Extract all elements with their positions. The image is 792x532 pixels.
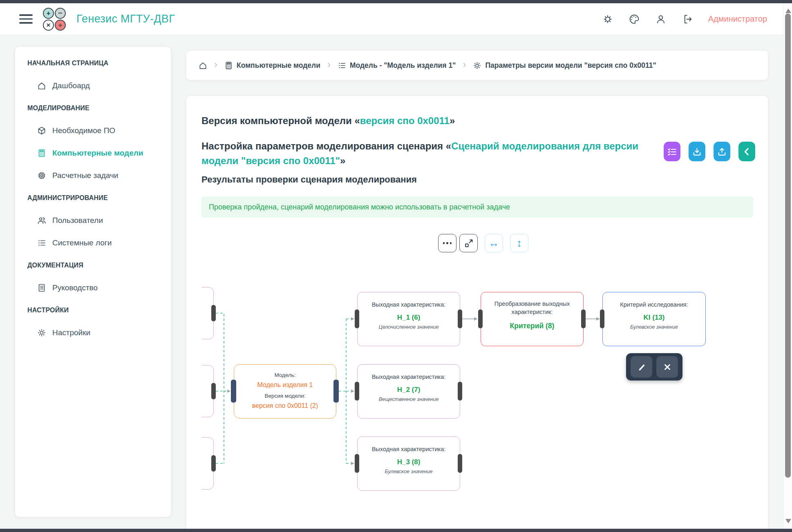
chevron-right-icon: ›: [461, 59, 468, 72]
version-title: Версия компьютерной модели «версия спо 0…: [201, 115, 455, 127]
output-node-name: Н_1 (6): [358, 314, 460, 322]
book-icon: [37, 283, 46, 292]
diagram-toolbar: ↔ ↕: [438, 234, 528, 252]
logo-divide-circle: ÷: [55, 20, 66, 31]
scroll-up-arrow[interactable]: [785, 9, 791, 13]
app-logo: + − × ÷: [43, 8, 66, 31]
sidebar-item-manual[interactable]: Руководство: [27, 276, 171, 299]
calculator-icon: [37, 149, 46, 158]
sidebar-section-settings: НАСТРОЙКИ: [27, 299, 171, 321]
breadcrumb-model[interactable]: Модель - "Модель изделия 1": [338, 61, 456, 70]
palette-icon[interactable]: [629, 13, 640, 25]
model-name: Модель изделия 1: [234, 381, 336, 389]
checklist-icon: [667, 147, 677, 157]
scenario-action-buttons: [664, 142, 755, 161]
collapse-back-button[interactable]: [738, 142, 755, 161]
connection-port[interactable]: [211, 305, 216, 321]
window-bottom-edge: [0, 529, 792, 532]
model-version-name: версия спо 0x0011 (2): [234, 402, 336, 410]
delete-node-button[interactable]: [656, 356, 678, 378]
main-content-card: Версия компьютерной модели «версия спо 0…: [186, 96, 768, 532]
breadcrumb: › Компьютерные модели › Модель - "Модель…: [186, 51, 768, 80]
sidebar-item-users[interactable]: Пользователи: [27, 209, 171, 231]
upload-scenario-button[interactable]: [714, 142, 730, 161]
app-header: + − × ÷ Генезис МГТУ-ДВГ: [0, 3, 783, 35]
connection-port[interactable]: [478, 309, 483, 328]
ellipsis-icon: [443, 242, 452, 244]
close-icon: [662, 362, 672, 372]
criterion-node-name: KI (13): [603, 314, 705, 322]
home-icon: [37, 81, 46, 90]
connection-port[interactable]: [355, 309, 359, 328]
window-top-edge: [0, 0, 792, 3]
sidebar-item-settings[interactable]: Настройки: [27, 321, 171, 344]
criterion-node[interactable]: Критерий исследования: KI (13) Булевское…: [602, 292, 706, 346]
sidebar-item-computer-models[interactable]: Компьютерные модели: [27, 142, 171, 164]
breadcrumb-computer-models[interactable]: Компьютерные модели: [224, 61, 320, 70]
sidebar-item-system-logs[interactable]: Системные логи: [27, 231, 171, 254]
connection-port[interactable]: [333, 380, 339, 403]
current-user-role[interactable]: Администратор: [708, 14, 767, 24]
logo-minus-circle: −: [55, 8, 66, 19]
horizontal-layout-button[interactable]: ↔: [485, 234, 503, 252]
connection-port[interactable]: [355, 454, 359, 473]
download-scenario-button[interactable]: [689, 142, 705, 161]
more-options-button[interactable]: [438, 234, 456, 252]
vertical-layout-button[interactable]: ↕: [510, 234, 528, 252]
download-icon: [692, 147, 702, 157]
vertical-arrows-icon: ↕: [517, 237, 522, 249]
breadcrumb-version-params[interactable]: Параметры версии модели "версия спо 0x00…: [473, 61, 656, 70]
scroll-down-arrow[interactable]: [785, 519, 791, 523]
scenario-parameters-button[interactable]: [664, 142, 680, 161]
connection-port[interactable]: [211, 455, 216, 472]
results-title: Результаты проверки сценария моделирован…: [201, 174, 417, 185]
check-passed-alert: Проверка пройдена, сценарий моделировани…: [201, 196, 753, 218]
model-version-label: Версия модели:: [234, 393, 336, 399]
sidebar-item-required-software[interactable]: Необходимое ПО: [27, 119, 171, 142]
model-label: Модель:: [234, 372, 336, 378]
sidebar-item-dashboard[interactable]: Дашбоард: [27, 74, 171, 97]
horizontal-arrows-icon: ↔: [489, 237, 499, 249]
connection-port[interactable]: [355, 382, 359, 401]
output-node-type: Вещественное значение: [358, 396, 460, 402]
model-node[interactable]: Модель: Модель изделия 1 Версия модели: …: [234, 364, 336, 418]
users-icon: [37, 216, 46, 225]
connection-port[interactable]: [600, 309, 604, 328]
upload-icon: [717, 147, 727, 157]
chevron-left-icon: [742, 147, 752, 157]
theme-sun-icon[interactable]: [602, 13, 614, 25]
scrollbar-thumb[interactable]: [785, 13, 791, 478]
calculator-icon: [224, 61, 233, 70]
transform-node[interactable]: Преобразование выходных характеристик: К…: [481, 292, 584, 346]
sidebar-nav: НАЧАЛЬНАЯ СТРАНИЦА Дашбоард МОДЕЛИРОВАНИ…: [15, 47, 171, 517]
chevron-right-icon: ›: [326, 59, 332, 72]
connection-port[interactable]: [211, 383, 216, 399]
logout-icon[interactable]: [682, 13, 694, 25]
scenario-title: Настройка параметров моделирования сцена…: [201, 139, 655, 168]
output-node-h1[interactable]: Выходная характеристика: Н_1 (6) Целочис…: [357, 292, 460, 346]
output-node-name: Н_3 (8): [358, 458, 460, 466]
sidebar-section-home: НАЧАЛЬНАЯ СТРАНИЦА: [27, 52, 171, 74]
connection-port[interactable]: [458, 454, 462, 473]
gear-icon: [37, 328, 46, 337]
output-node-name: Н_2 (7): [358, 386, 460, 394]
model-list-icon: [338, 61, 346, 70]
app-title: Генезис МГТУ-ДВГ: [76, 13, 175, 25]
output-node-h2[interactable]: Выходная характеристика: Н_2 (7) Веществ…: [357, 364, 460, 418]
connection-port[interactable]: [458, 309, 462, 328]
user-icon[interactable]: [655, 13, 667, 25]
menu-icon[interactable]: [19, 14, 33, 24]
page-scrollbar[interactable]: [783, 3, 792, 529]
output-node-h3[interactable]: Выходная характеристика: Н_3 (8) Булевск…: [357, 436, 460, 491]
connection-port[interactable]: [231, 380, 236, 403]
logo-plus-circle: +: [43, 8, 54, 19]
sidebar-item-calculation-tasks[interactable]: Расчетные задачи: [27, 164, 171, 187]
connection-port[interactable]: [581, 309, 586, 328]
output-node-type: Целочисленное значение: [358, 324, 460, 330]
fit-view-button[interactable]: [459, 234, 478, 252]
edit-node-button[interactable]: [631, 356, 652, 378]
scenario-diagram-canvas[interactable]: Модель: Модель изделия 1 Версия модели: …: [201, 263, 753, 531]
breadcrumb-home[interactable]: [199, 61, 207, 70]
criterion-node-type: Булевское значение: [603, 324, 705, 330]
connection-port[interactable]: [458, 382, 462, 401]
